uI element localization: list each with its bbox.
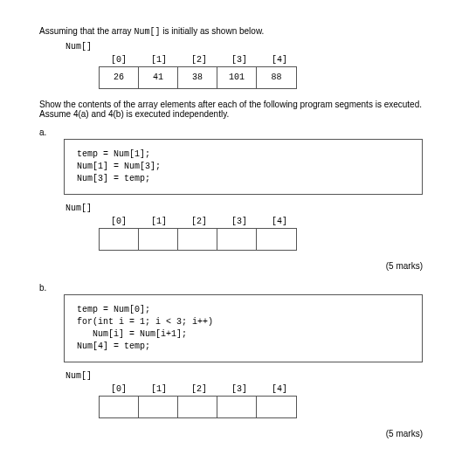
cell [257,229,296,250]
codeline: for(int i = 1; i < 3; i++) [77,316,410,328]
idx: [4] [259,55,300,66]
cell [100,229,139,250]
idx: [0] [99,55,139,66]
initial-array: [0] [1] [2] [3] [4] 26 41 38 101 88 [99,55,423,89]
array-label-initial: Num[] [66,42,423,52]
codeline: Num[i] = Num[i+1]; [77,328,410,341]
marks-b: (5 marks) [39,429,423,438]
intro-code: Num[] [134,27,160,37]
array-a: [0] [1] [2] [3] [4] [99,217,423,251]
index-row: [0] [1] [2] [3] [4] [99,384,423,396]
idx: [1] [139,55,179,66]
cell-row [99,396,297,418]
cell [100,397,139,417]
instruction-text: Show the contents of the array elements … [39,100,423,119]
cell: 41 [139,67,178,88]
intro-text: Assuming that the array Num[] is initial… [39,26,423,37]
part-a-label: a. [39,128,423,137]
codeline: temp = Num[1]; [77,148,410,161]
index-row: [0] [1] [2] [3] [4] [99,217,423,228]
codebox-a: temp = Num[1]; Num[1] = Num[3]; Num[3] =… [64,139,423,195]
cell [217,229,257,250]
index-row: [0] [1] [2] [3] [4] [99,55,423,66]
cell [139,397,178,417]
idx: [4] [259,384,300,396]
idx: [1] [139,217,179,228]
cell-row: 26 41 38 101 88 [99,66,297,89]
idx: [0] [99,217,139,228]
cell [257,397,296,417]
idx: [2] [179,384,219,396]
idx: [3] [219,384,259,396]
idx: [0] [99,384,139,396]
array-label-b: Num[] [66,371,423,381]
idx: [3] [219,217,259,228]
codeline: Num[3] = temp; [77,173,410,185]
marks-a: (5 marks) [39,261,423,271]
idx: [4] [259,217,300,228]
array-label-a: Num[] [66,204,423,213]
codebox-b: temp = Num[0]; for(int i = 1; i < 3; i++… [64,294,423,362]
cell [178,229,217,250]
codeline: Num[1] = Num[3]; [77,161,410,173]
cell: 88 [257,67,296,88]
codeline: temp = Num[0]; [77,304,410,316]
idx: [1] [139,384,179,396]
idx: [3] [219,55,259,66]
idx: [2] [179,55,219,66]
intro-suffix: is initially as shown below. [160,26,264,36]
cell-row [99,228,297,251]
cell [139,229,178,250]
array-b: [0] [1] [2] [3] [4] [99,384,423,418]
cell: 38 [178,67,217,88]
codeline: Num[4] = temp; [77,341,410,353]
intro-prefix: Assuming that the array [39,26,134,36]
part-b-label: b. [39,283,423,293]
idx: [2] [179,217,219,228]
cell: 26 [100,67,139,88]
cell [178,397,217,417]
cell [217,397,257,417]
cell: 101 [217,67,257,88]
